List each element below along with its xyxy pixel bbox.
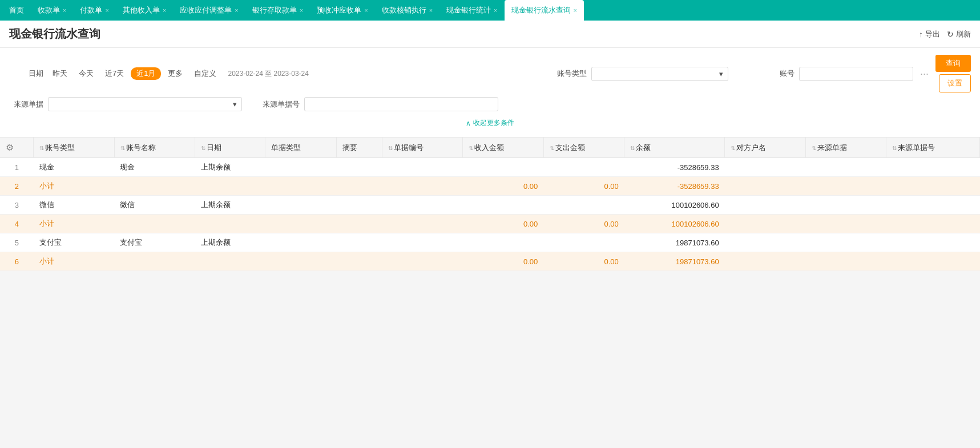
action-area: 查询 设置 (935, 55, 971, 92)
sort-icon: ⇅ (469, 145, 473, 151)
export-button[interactable]: ↑ 导出 (919, 29, 940, 39)
export-icon: ↑ (919, 30, 923, 39)
close-icon[interactable]: × (163, 7, 166, 14)
col-date[interactable]: ⇅日期 (195, 138, 265, 158)
sort-icon: ⇅ (892, 145, 897, 151)
collapse-bar[interactable]: ∧ 收起更多条件 (9, 116, 971, 130)
nav-item-bank-deposit[interactable]: 银行存取款单 × (245, 0, 310, 21)
col-account-type[interactable]: ⇅账号类型 (34, 138, 115, 158)
date-custom[interactable]: 自定义 (189, 67, 221, 80)
col-income[interactable]: ⇅收入金额 (463, 138, 544, 158)
sort-icon: ⇅ (731, 145, 735, 151)
date-today[interactable]: 今天 (74, 67, 98, 80)
query-button[interactable]: 查询 (935, 55, 971, 72)
date-range-display: 2023-02-24 至 2023-03-24 (228, 69, 308, 79)
collapse-label: 收起更多条件 (473, 118, 514, 128)
date-more[interactable]: 更多 (163, 67, 187, 80)
date-7days[interactable]: 近7天 (100, 67, 128, 80)
col-doc-type: 单据类型 (265, 138, 336, 158)
close-icon[interactable]: × (105, 7, 108, 14)
sort-icon: ⇅ (201, 145, 205, 151)
sort-icon: ⇅ (550, 145, 554, 151)
source-doc-no-label: 来源单据号 (263, 99, 300, 110)
close-icon[interactable]: × (300, 7, 303, 14)
table-row: 4小计0.000.00100102606.60 (0, 215, 980, 233)
date-1month[interactable]: 近1月 (131, 67, 161, 80)
table-row: 6小计0.000.0019871073.60 (0, 252, 980, 271)
table-row: 3微信微信上期余额100102606.60 (0, 196, 980, 215)
nav-item-advance[interactable]: 预收冲应收单 × (310, 0, 374, 21)
source-doc-select[interactable]: ▾ (48, 97, 242, 111)
table-row: 5支付宝支付宝上期余额19871073.60 (0, 233, 980, 252)
table-row: 1现金现金上期余额-3528659.33 (0, 158, 980, 177)
chevron-up-icon: ∧ (466, 119, 471, 127)
nav-item-bank-flow[interactable]: 现金银行流水查询 × (505, 0, 584, 21)
account-type-label: 账号类型 (552, 68, 587, 79)
refresh-button[interactable]: ↻ 刷新 (947, 29, 971, 39)
account-label: 账号 (760, 68, 795, 79)
close-icon[interactable]: × (364, 7, 368, 14)
sort-icon: ⇅ (39, 145, 44, 151)
date-yesterday[interactable]: 昨天 (48, 67, 72, 80)
nav-item-home[interactable]: 首页 (2, 0, 31, 21)
nav-item-receipt[interactable]: 收款单 × (31, 0, 73, 21)
chevron-down-icon: ▾ (233, 100, 237, 108)
col-source-doc[interactable]: ⇅来源单据 (805, 138, 886, 158)
close-icon[interactable]: × (63, 7, 66, 14)
close-icon[interactable]: × (429, 7, 433, 14)
table-header-row: ⚙ ⇅账号类型 ⇅账号名称 ⇅日期 单据类型 摘要 ⇅单据编号 ⇅收入金额 (0, 138, 980, 158)
account-dots[interactable]: ··· (918, 68, 931, 80)
nav-item-bank-stats[interactable]: 现金银行统计 × (439, 0, 504, 21)
refresh-icon: ↻ (947, 30, 954, 39)
col-counterpart[interactable]: ⇅对方户名 (725, 138, 806, 158)
date-options: 昨天 今天 近7天 近1月 更多 自定义 (48, 67, 221, 80)
sort-icon: ⇅ (120, 145, 125, 151)
settings-button[interactable]: 设置 (939, 74, 971, 92)
source-doc-no-input[interactable] (304, 97, 498, 111)
page-header: 现金银行流水查询 ↑ 导出 ↻ 刷新 (0, 21, 980, 48)
close-icon[interactable]: × (574, 7, 577, 14)
col-doc-no[interactable]: ⇅单据编号 (382, 138, 463, 158)
top-navigation: 首页 收款单 × 付款单 × 其他收入单 × 应收应付调整单 × 银行存取款单 … (0, 0, 980, 21)
nav-item-adjustment[interactable]: 应收应付调整单 × (173, 0, 245, 21)
nav-item-other-income[interactable]: 其他收入单 × (116, 0, 173, 21)
gear-icon[interactable]: ⚙ (6, 143, 14, 152)
account-type-select[interactable]: ▾ (591, 67, 728, 81)
sort-icon: ⇅ (812, 145, 816, 151)
col-balance[interactable]: ⇅余额 (624, 138, 725, 158)
nav-item-collection[interactable]: 收款核销执行 × (375, 0, 439, 21)
col-expense[interactable]: ⇅支出金额 (543, 138, 624, 158)
nav-item-payment[interactable]: 付款单 × (73, 0, 115, 21)
account-input[interactable] (799, 67, 913, 81)
table-container: ⚙ ⇅账号类型 ⇅账号名称 ⇅日期 单据类型 摘要 ⇅单据编号 ⇅收入金额 (0, 138, 980, 271)
close-icon[interactable]: × (235, 7, 238, 14)
table-row: 2小计0.000.00-3528659.33 (0, 177, 980, 196)
page-title: 现金银行流水查询 (9, 26, 100, 42)
data-table: ⚙ ⇅账号类型 ⇅账号名称 ⇅日期 单据类型 摘要 ⇅单据编号 ⇅收入金额 (0, 138, 980, 271)
col-gear[interactable]: ⚙ (0, 138, 34, 158)
filter-row-date: 日期 昨天 今天 近7天 近1月 更多 自定义 2023-02-24 至 202… (9, 55, 971, 92)
chevron-down-icon: ▾ (719, 70, 723, 78)
filter-area: 日期 昨天 今天 近7天 近1月 更多 自定义 2023-02-24 至 202… (0, 48, 980, 138)
col-source-doc-no[interactable]: ⇅来源单据号 (886, 138, 980, 158)
header-actions: ↑ 导出 ↻ 刷新 (919, 29, 971, 39)
filter-row-source: 来源单据 ▾ 来源单据号 (9, 97, 971, 111)
sort-icon: ⇅ (388, 145, 393, 151)
sort-icon: ⇅ (630, 145, 635, 151)
source-doc-label: 来源单据 (9, 99, 43, 110)
col-summary: 摘要 (336, 138, 382, 158)
close-icon[interactable]: × (494, 7, 497, 14)
col-account-name[interactable]: ⇅账号名称 (114, 138, 195, 158)
date-label: 日期 (9, 68, 43, 79)
